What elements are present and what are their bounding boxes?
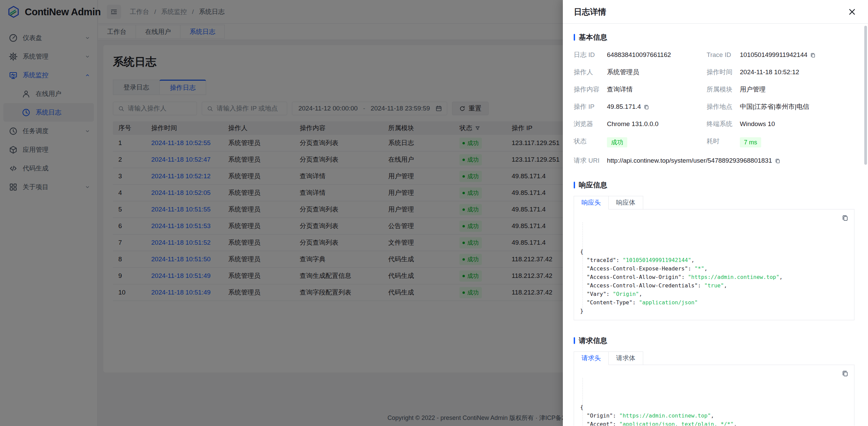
code-line: {: [580, 247, 848, 256]
tab-response-headers[interactable]: 响应头: [574, 196, 609, 209]
field-label: 耗时: [707, 137, 740, 147]
drawer-title: 日志详情: [574, 6, 606, 17]
tab-response-body[interactable]: 响应体: [609, 196, 643, 209]
copy-icon[interactable]: [644, 104, 649, 110]
log-id-value: 648838410097661162: [607, 51, 671, 59]
code-line: "traceId": "1010501499911942144",: [580, 256, 848, 264]
section-accent-bar: [574, 337, 575, 344]
module-value: 用户管理: [740, 85, 766, 94]
code-line: "Vary": "Origin",: [580, 290, 848, 298]
section-title: 基本信息: [579, 33, 607, 42]
os-value: Windows 10: [740, 120, 775, 128]
close-icon[interactable]: [848, 7, 856, 16]
request-uri-value: http://api.continew.top/system/user/5478…: [607, 157, 772, 165]
basic-info-grid: 日志 ID648838410097661162 Trace ID10105014…: [574, 51, 854, 165]
code-line: "Access-Control-Allow-Credentials": "tru…: [580, 281, 848, 290]
copy-icon[interactable]: [842, 370, 849, 377]
request-tabs: 请求头 请求体: [574, 351, 854, 365]
copy-icon[interactable]: [842, 214, 849, 221]
field-label: 操作内容: [574, 85, 607, 94]
browser-value: Chrome 131.0.0.0: [607, 120, 658, 128]
field-label: Trace ID: [707, 51, 740, 59]
location-value: 中国|江苏省|泰州市|电信: [740, 103, 809, 111]
section-request-info: 请求信息: [574, 336, 854, 345]
action-value: 查询详情: [607, 85, 633, 94]
tab-request-headers[interactable]: 请求头: [574, 351, 609, 365]
field-label: 操作时间: [707, 68, 740, 76]
section-title: 响应信息: [579, 180, 607, 190]
copy-icon[interactable]: [810, 52, 816, 58]
code-line: "Access-Control-Expose-Headers": "*",: [580, 264, 848, 273]
field-label: 操作人: [574, 68, 607, 76]
code-line: "Content-Type": "application/json": [580, 298, 848, 307]
indent-guide: [583, 222, 583, 308]
drawer-header: 日志详情: [563, 0, 868, 24]
request-headers-code: { "Origin": "https://admin.continew.top"…: [574, 365, 854, 426]
field-label: 终端系统: [707, 120, 740, 128]
field-label: 操作 IP: [574, 103, 607, 111]
section-response-info: 响应信息: [574, 180, 854, 190]
response-tabs: 响应头 响应体: [574, 196, 854, 209]
field-label: 所属模块: [707, 85, 740, 94]
field-label: 请求 URI: [574, 157, 607, 165]
op-time-value: 2024-11-18 10:52:12: [740, 68, 799, 76]
code-line: "Access-Control-Allow-Origin": "https://…: [580, 273, 848, 281]
section-title: 请求信息: [579, 336, 607, 345]
field-label: 状态: [574, 137, 607, 147]
trace-id-value: 1010501499911942144: [740, 51, 807, 59]
drawer-scrollbar[interactable]: [864, 26, 867, 165]
section-accent-bar: [574, 182, 575, 188]
code-line: {: [580, 403, 848, 411]
field-label: 浏览器: [574, 120, 607, 128]
response-headers-code: { "traceId": "1010501499911942144", "Acc…: [574, 209, 854, 320]
elapsed-badge: 7 ms: [740, 137, 761, 147]
log-detail-drawer: 日志详情 基本信息 日志 ID648838410097661162 Trace …: [563, 0, 868, 426]
field-label: 日志 ID: [574, 51, 607, 59]
indent-guide: [583, 378, 583, 426]
operator-value: 系统管理员: [607, 68, 639, 76]
field-label: 操作地点: [707, 103, 740, 111]
section-accent-bar: [574, 34, 575, 41]
drawer-body: 基本信息 日志 ID648838410097661162 Trace ID101…: [563, 24, 868, 426]
code-line: }: [580, 307, 848, 315]
code-line: "Origin": "https://admin.continew.top",: [580, 411, 848, 420]
code-line: "Accept": "application/json, text/plain,…: [580, 420, 848, 426]
section-basic-info: 基本信息: [574, 33, 854, 42]
ip-value: 49.85.171.4: [607, 103, 641, 111]
tab-request-body[interactable]: 请求体: [609, 351, 643, 365]
copy-icon[interactable]: [775, 158, 781, 164]
status-badge: 成功: [607, 137, 627, 147]
